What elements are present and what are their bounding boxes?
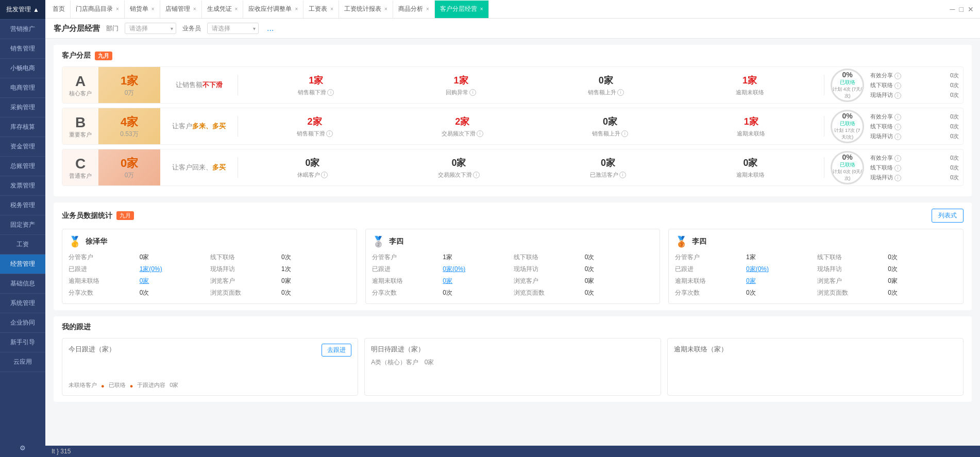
sidebar-item-基础信息[interactable]: 基础信息 [0,274,45,294]
tier-label-B: B重要客户 [62,108,98,144]
staff-link-2[interactable]: 0家(0%) [746,265,769,273]
overdue-followup-title: 逾期未联络（家） [674,345,957,354]
list-view-button[interactable]: 列表式 [932,209,964,223]
settings-button[interactable]: ⚙ [0,439,45,457]
tab-close-icon[interactable]: × [330,6,333,12]
info-icon[interactable]: i [894,155,901,162]
info-icon[interactable]: i [894,82,901,89]
tab-店铺管理[interactable]: 店铺管理× [160,1,202,18]
sidebar-item-营销推广[interactable]: 营销推广 [0,20,45,39]
tab-工资统计报表[interactable]: 工资统计报表× [339,1,393,18]
sidebar-item-电商管理[interactable]: 电商管理 [0,78,45,98]
info-icon[interactable]: i [894,73,901,79]
window-minimize-icon[interactable]: ─ [950,5,955,13]
sidebar-item-工资[interactable]: 工资 [0,235,45,255]
info-icon[interactable]: i [469,89,476,96]
staff-row-label-1: 逾期未联络 [372,277,441,285]
staff-row-val-1: 1家 [443,253,512,262]
sidebar-item-采购管理[interactable]: 采购管理 [0,98,45,117]
sidebar-item-税务管理[interactable]: 税务管理 [0,196,45,215]
tab-close-icon[interactable]: × [193,6,196,12]
staff-row-val-0[interactable]: 0家 [140,277,209,285]
info-icon[interactable]: i [894,124,901,130]
window-restore-icon[interactable]: □ [959,5,964,13]
sidebar: 批发管理 ▲ 营销推广销售管理小畅电商电商管理采购管理库存核算资金管理总账管理发… [0,0,45,457]
sidebar-item-发票管理[interactable]: 发票管理 [0,176,45,196]
staff-link-1[interactable]: 0家 [443,277,452,284]
info-icon[interactable]: i [894,133,901,140]
stat-num-C: 0家 [305,157,319,169]
info-icon[interactable]: i [326,130,333,137]
tab-close-icon[interactable]: × [384,6,387,12]
sidebar-item-资金管理[interactable]: 资金管理 [0,137,45,157]
info-icon[interactable]: i [327,89,334,96]
staff-row-val-2: 0次 [888,289,957,297]
sidebar-item-企业协同[interactable]: 企业协同 [0,313,45,333]
stat-item-B-逾期未联络: 1家逾期未联络 [737,115,765,138]
info-icon[interactable]: i [619,172,626,178]
staff-link-1[interactable]: 0家(0%) [443,265,465,273]
staff-row-val-0: 0次 [281,289,350,297]
staff-row-val-2: 1家 [746,253,815,262]
staff-link-2[interactable]: 0家 [746,277,756,284]
overdue-followup-col: 逾期未联络（家） [667,338,964,396]
info-icon[interactable]: i [894,165,901,172]
tab-close-icon[interactable]: × [116,6,119,12]
sidebar-item-新手引导[interactable]: 新手引导 [0,333,45,352]
tab-客户分层经营[interactable]: 客户分层经营× [435,1,489,18]
tier-circle-B: 0%已联络计划 17次 (7天/次) [831,110,864,143]
info-icon[interactable]: i [894,175,901,181]
staff-row-val-2[interactable]: 0家(0%) [746,265,815,274]
tab-close-icon[interactable]: × [295,6,298,12]
tier-circle-A: 0%已联络计划 4次 (7天/次) [831,69,864,102]
info-icon[interactable]: i [321,172,328,178]
tab-close-icon[interactable]: × [480,6,483,12]
staff-row-val-1[interactable]: 0家(0%) [443,265,512,274]
tab-close-icon[interactable]: × [235,6,238,12]
sidebar-item-经营管理[interactable]: 经营管理 [0,255,45,274]
tab-工资表[interactable]: 工资表× [303,1,339,18]
staff-link-0[interactable]: 1家(0%) [140,265,162,273]
tab-应收应付调整单[interactable]: 应收应付调整单× [243,1,303,18]
staff-row-label-1: 现场拜访 [514,265,583,274]
dept-select[interactable]: 请选择 [125,23,176,34]
tier-name-B: 重要客户 [69,131,92,139]
tabs-bar: 首页门店商品目录×销货单×店铺管理×生成凭证×应收应付调整单×工资表×工资统计报… [45,0,980,19]
tab-close-icon[interactable]: × [151,6,155,12]
tier-row-A: A核心客户1家0万让销售额不下滑1家销售额下滑i1家回购异常i0家销售额上升i1… [62,66,964,104]
rs-label: 有效分享 i [870,113,901,121]
stat-item-C-休眠客户: 0家休眠客户i [297,157,328,179]
info-icon[interactable]: i [473,172,480,178]
info-icon[interactable]: i [477,130,483,137]
stat-label-A: 回购异常i [446,89,476,96]
tab-门店商品目录[interactable]: 门店商品目录× [71,1,125,18]
tab-生成凭证[interactable]: 生成凭证× [202,1,244,18]
window-close-icon[interactable]: ✕ [968,5,974,13]
staff-row-val-1[interactable]: 0家 [443,277,512,285]
sidebar-item-小畅电商[interactable]: 小畅电商 [0,59,45,78]
sidebar-item-固定资产[interactable]: 固定资产 [0,215,45,235]
sidebar-item-库存核算[interactable]: 库存核算 [0,117,45,137]
sidebar-item-销售管理[interactable]: 销售管理 [0,39,45,59]
tab-首页[interactable]: 首页 [47,1,71,18]
goto-followup-button[interactable]: 去跟进 [322,344,351,357]
staff-row-label-0: 分管客户 [69,253,138,262]
info-icon[interactable]: i [617,89,624,96]
staff-row-val-0[interactable]: 1家(0%) [140,265,209,274]
info-icon[interactable]: i [894,114,901,121]
tab-销货单[interactable]: 销货单× [125,1,160,18]
staff-link-0[interactable]: 0家 [140,277,149,284]
sidebar-item-系统管理[interactable]: 系统管理 [0,294,45,313]
more-filter-button[interactable]: ... [267,24,274,33]
sidebar-top-item[interactable]: 批发管理 ▲ [0,0,45,20]
sidebar-item-云应用[interactable]: 云应用 [0,352,45,372]
info-icon[interactable]: i [894,92,901,99]
sidebar-item-总账管理[interactable]: 总账管理 [0,157,45,176]
info-icon[interactable]: i [621,130,628,137]
rs-item-A-现场拜访: 现场拜访 i0次 [870,91,959,99]
tab-close-icon[interactable]: × [426,6,429,12]
stat-label-A: 销售额上升i [588,89,624,96]
staff-row-val-2[interactable]: 0家 [746,277,815,285]
staff-select[interactable]: 请选择 [207,23,259,34]
tab-商品分析[interactable]: 商品分析× [393,1,435,18]
